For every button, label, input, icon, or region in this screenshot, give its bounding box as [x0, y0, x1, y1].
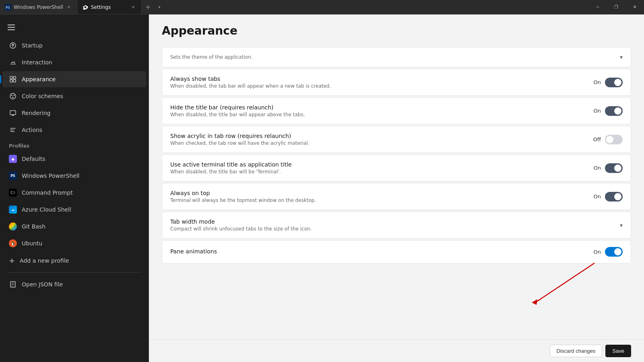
show-acrylic-right: Off	[593, 135, 623, 144]
annotation-arrow	[514, 259, 615, 311]
maximize-button[interactable]: ❐	[607, 0, 625, 14]
sidebar-item-interaction[interactable]: Interaction	[2, 54, 146, 70]
terminal-title-state-label: On	[594, 165, 601, 171]
sidebar-item-color-schemes[interactable]: Color schemes	[2, 88, 146, 104]
sidebar-label-windows-powershell: Windows PowerShell	[22, 173, 79, 179]
sidebar-label-startup: Startup	[22, 42, 43, 49]
save-button[interactable]: Save	[605, 345, 631, 357]
settings-row-theme[interactable]: Sets the theme of the application. ▾	[162, 47, 631, 67]
rendering-icon	[9, 109, 17, 117]
tab-settings[interactable]: Settings ✕	[77, 0, 142, 14]
titlebar: PS Windows PowerShell ✕ Settings ✕ + ▾ ─…	[0, 0, 644, 14]
terminal-title-desc: When disabled, the title bar will be 'Te…	[170, 169, 594, 175]
svg-rect-5	[13, 76, 16, 79]
command-prompt-icon: C:\	[9, 189, 17, 197]
ubuntu-icon: 🐧	[9, 239, 17, 247]
titlebar-controls: ─ ❐ ✕	[588, 0, 644, 14]
sidebar-item-ubuntu[interactable]: 🐧 Ubuntu	[2, 235, 146, 251]
always-show-tabs-text: Always show tabs When disabled, the tab …	[170, 76, 594, 89]
settings-row-hide-title-bar: Hide the title bar (requires relaunch) W…	[162, 97, 631, 124]
sidebar-label-ubuntu: Ubuntu	[22, 240, 42, 247]
terminal-title-toggle-knob	[614, 165, 621, 172]
svg-point-11	[12, 97, 14, 98]
app-body: Startup Interaction Appearance Color sch…	[0, 14, 644, 362]
always-show-tabs-right: On	[594, 78, 623, 87]
hide-title-bar-right: On	[594, 106, 623, 116]
hide-title-bar-state-label: On	[594, 108, 601, 114]
sidebar-item-git-bash[interactable]: ⬡ Git Bash	[2, 218, 146, 234]
tab-powershell[interactable]: PS Windows PowerShell ✕	[0, 0, 77, 14]
tab-width-chevron-icon: ▾	[620, 222, 623, 228]
close-button[interactable]: ✕	[625, 0, 644, 14]
always-show-tabs-state-label: On	[594, 79, 601, 85]
sidebar-item-azure-cloud-shell[interactable]: ☁ Azure Cloud Shell	[2, 202, 146, 218]
sidebar-label-command-prompt: Command Prompt	[22, 189, 73, 196]
always-on-top-title: Always on top	[170, 190, 594, 196]
sidebar-item-appearance[interactable]: Appearance	[2, 71, 146, 87]
sidebar-label-open-json: Open JSON file	[22, 281, 63, 288]
settings-footer: Discard changes Save	[149, 339, 644, 362]
terminal-title-right: On	[594, 163, 623, 173]
theme-row-right: ▾	[620, 54, 623, 60]
pane-animations-toggle-knob	[614, 248, 621, 255]
sidebar-item-open-json[interactable]: Open JSON file	[2, 276, 146, 292]
always-on-top-desc: Terminal will always be the topmost wind…	[170, 197, 594, 203]
terminal-title-toggle[interactable]	[605, 163, 623, 173]
tab-settings-close[interactable]: ✕	[130, 4, 136, 10]
sidebar-item-command-prompt[interactable]: C:\ Command Prompt	[2, 185, 146, 201]
show-acrylic-toggle-knob	[606, 136, 613, 143]
hamburger-icon	[8, 25, 15, 30]
always-show-tabs-desc: When disabled, the tab bar will appear w…	[170, 83, 594, 89]
always-on-top-right: On	[594, 192, 623, 202]
svg-line-19	[534, 263, 594, 303]
hide-title-bar-title: Hide the title bar (requires relaunch)	[170, 104, 594, 111]
always-on-top-text: Always on top Terminal will always be th…	[170, 190, 594, 203]
sidebar-item-windows-powershell[interactable]: PS Windows PowerShell	[2, 168, 146, 184]
svg-rect-6	[10, 80, 12, 82]
color-schemes-icon	[9, 92, 17, 100]
tab-powershell-close[interactable]: ✕	[66, 4, 72, 10]
pane-animations-toggle[interactable]	[605, 247, 623, 257]
show-acrylic-title: Show acrylic in tab row (requires relaun…	[170, 133, 593, 139]
sidebar-item-defaults[interactable]: ◆ Defaults	[2, 151, 146, 167]
settings-row-terminal-title: Use active terminal title as application…	[162, 154, 631, 181]
hide-title-bar-text: Hide the title bar (requires relaunch) W…	[170, 104, 594, 117]
settings-row-always-on-top: Always on top Terminal will always be th…	[162, 183, 631, 210]
settings-row-pane-animations: Pane animations On	[162, 240, 631, 263]
settings-row-tab-width[interactable]: Tab width mode Compact will shrink unfoc…	[162, 212, 631, 239]
azure-cloud-shell-icon: ☁	[9, 206, 17, 214]
discard-changes-button[interactable]: Discard changes	[550, 345, 603, 357]
always-on-top-toggle-knob	[614, 193, 621, 200]
svg-rect-4	[10, 76, 12, 79]
main-panel: Appearance Sets the theme of the applica…	[149, 14, 644, 362]
add-new-profile-button[interactable]: + Add a new profile	[2, 252, 146, 269]
sidebar-label-azure-cloud-shell: Azure Cloud Shell	[22, 206, 71, 213]
sidebar-item-actions[interactable]: Actions	[2, 122, 146, 138]
sidebar-label-color-schemes: Color schemes	[22, 93, 63, 99]
sidebar: Startup Interaction Appearance Color sch…	[0, 14, 149, 362]
theme-row-text: Sets the theme of the application.	[170, 54, 620, 60]
sidebar-label-actions: Actions	[22, 127, 42, 133]
sidebar-item-startup[interactable]: Startup	[2, 37, 146, 53]
new-tab-button[interactable]: +	[142, 0, 155, 14]
minimize-button[interactable]: ─	[588, 0, 607, 14]
settings-row-show-acrylic: Show acrylic in tab row (requires relaun…	[162, 126, 631, 153]
always-show-tabs-toggle[interactable]	[605, 78, 623, 87]
hide-title-bar-desc: When disabled, the title bar will appear…	[170, 112, 594, 117]
tab-dropdown-button[interactable]: ▾	[155, 0, 164, 14]
json-icon	[9, 280, 17, 288]
svg-point-10	[14, 95, 15, 96]
svg-rect-7	[13, 80, 16, 82]
hamburger-button[interactable]	[3, 19, 19, 35]
hide-title-bar-toggle-knob	[614, 107, 621, 115]
settings-row-always-show-tabs: Always show tabs When disabled, the tab …	[162, 69, 631, 96]
theme-chevron-icon: ▾	[620, 54, 623, 60]
svg-point-8	[10, 93, 16, 99]
sidebar-item-rendering[interactable]: Rendering	[2, 105, 146, 121]
hide-title-bar-toggle[interactable]	[605, 106, 623, 116]
always-on-top-toggle[interactable]	[605, 192, 623, 202]
show-acrylic-toggle[interactable]	[605, 135, 623, 144]
show-acrylic-text: Show acrylic in tab row (requires relaun…	[170, 133, 593, 146]
show-acrylic-state-label: Off	[593, 136, 601, 142]
tab-width-title: Tab width mode	[170, 218, 620, 225]
